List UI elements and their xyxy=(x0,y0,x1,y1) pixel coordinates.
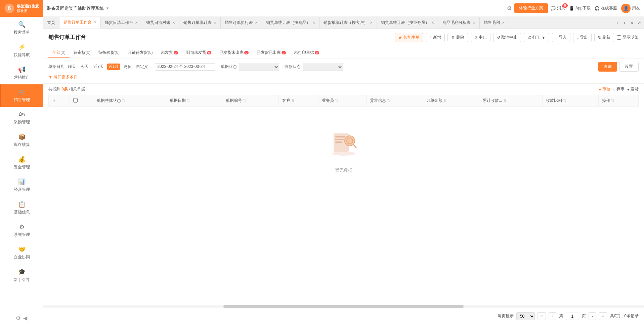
filter-settings-btn[interactable]: 设置 xyxy=(619,62,639,72)
subtab-待拣验货[interactable]: 待拣验货(0) xyxy=(94,48,124,58)
sidebar-item-资金管理[interactable]: 💰资金管理 xyxy=(0,152,43,174)
sidebar-item-搜索菜单[interactable]: 🔍搜索菜单 xyxy=(0,17,43,39)
tab-8[interactable]: 销货单统计表（按业务员）✕ xyxy=(377,17,438,29)
col-header-customer[interactable]: 客户⇅ xyxy=(278,95,318,107)
sidebar-item-采购管理[interactable]: 🛍采购管理 xyxy=(0,107,43,129)
sidebar-item-基础信息[interactable]: 📋基础信息 xyxy=(0,197,43,219)
tab-10[interactable]: 销售毛利✕ xyxy=(480,17,509,29)
page-size-select[interactable]: 50 100 200 xyxy=(516,312,535,320)
scrollbar-thumb[interactable] xyxy=(223,305,464,308)
next-page-btn[interactable]: › xyxy=(589,312,596,320)
tab-1[interactable]: 销售订单工作台✕ xyxy=(59,17,101,29)
col-header-actions[interactable]: 操作⇅ xyxy=(599,95,639,107)
status-select[interactable] xyxy=(239,63,279,71)
subtab-到期未发货[interactable]: 到期未发货0 xyxy=(182,48,215,58)
tab-close-4[interactable]: ✕ xyxy=(214,21,216,25)
tab-close-2[interactable]: ✕ xyxy=(135,21,138,25)
expand-more-btn[interactable]: ▼ 展开更多条件 xyxy=(48,74,639,80)
app-download-btn[interactable]: 📱 App下载 xyxy=(569,5,591,11)
tab-scroll-right-btn[interactable]: › xyxy=(621,19,628,26)
sidebar-item-经营管理[interactable]: 📊经营管理 xyxy=(0,174,43,197)
sidebar-item-库存核算[interactable]: 📦库存核算 xyxy=(0,129,43,152)
topbar-dropdown-icon[interactable]: ▼ xyxy=(106,6,109,10)
col-header-collected[interactable]: 累计收款...⇅ xyxy=(479,95,542,107)
cancel-suspend-btn[interactable]: ↺ 取消中止 xyxy=(493,33,521,42)
tab-close-5[interactable]: ✕ xyxy=(255,21,258,25)
collapse-icon[interactable]: ◀ xyxy=(23,315,27,321)
subtab-已发货已出库[interactable]: 已发货已出库0 xyxy=(253,48,290,58)
refresh-btn[interactable]: ↻ 刷新 xyxy=(594,33,614,42)
topbar-settings-icon[interactable]: ⚙ xyxy=(507,5,512,11)
message-btn[interactable]: 💬 消息 6 xyxy=(551,5,565,11)
subtab-旺铺待发货[interactable]: 旺铺待发货(0) xyxy=(124,48,157,58)
tab-0[interactable]: 首页 xyxy=(43,17,59,29)
tab-scroll-left-btn[interactable]: ‹ xyxy=(614,19,620,26)
tab-close-1[interactable]: ✕ xyxy=(94,21,96,24)
prev-page-btn[interactable]: ‹ xyxy=(549,312,556,320)
tab-close-10[interactable]: ✕ xyxy=(502,21,505,25)
import-btn[interactable]: ↑ 导入 xyxy=(552,33,570,42)
delete-btn[interactable]: 🗑 删除 xyxy=(447,33,468,42)
sidebar-item-快捷导航[interactable]: ⚡快捷导航 xyxy=(0,39,43,62)
col-header-status[interactable]: 单据整体状态⇅ xyxy=(93,95,166,107)
col-header-amount[interactable]: 订单金额⇅ xyxy=(423,95,479,107)
payment-select[interactable] xyxy=(303,63,343,71)
col-header-number[interactable]: 单据编号⇅ xyxy=(222,95,279,107)
date-shortcut-4[interactable]: 更多 xyxy=(122,64,133,70)
col-header-ratio[interactable]: 收款比例⇅ xyxy=(542,95,599,107)
add-btn[interactable]: + 新增 xyxy=(426,33,445,42)
select-all-checkbox[interactable] xyxy=(73,98,78,103)
deliver-action-btn[interactable]: ● 发货 xyxy=(627,86,639,92)
date-shortcut-3[interactable]: 近1月 xyxy=(107,64,120,70)
tab-close-6[interactable]: ✕ xyxy=(312,21,315,25)
show-detail-input[interactable] xyxy=(617,35,621,40)
date-range-input[interactable] xyxy=(155,63,215,71)
col-header-exception[interactable]: 异常信息⇅ xyxy=(367,95,423,107)
tab-close-7[interactable]: ✕ xyxy=(370,21,373,25)
subtab-已发货未出库[interactable]: 已发货未出库0 xyxy=(215,48,253,58)
show-detail-checkbox[interactable]: 显示明细 xyxy=(617,35,639,40)
suspend-btn[interactable]: ⊘ 中止 xyxy=(471,33,490,42)
audit-action-btn[interactable]: ● 审核 xyxy=(599,86,610,92)
sidebar-item-系统管理[interactable]: ⚙系统管理 xyxy=(0,219,43,242)
page-number-input[interactable] xyxy=(566,313,579,320)
tab-3[interactable]: 钱货日清对账✕ xyxy=(142,17,179,29)
tab-6[interactable]: 销货单统计表（按商品）✕ xyxy=(262,17,319,29)
date-shortcut-5[interactable]: 自定义 xyxy=(135,64,149,70)
horizontal-scrollbar[interactable] xyxy=(43,305,644,308)
revoke-action-btn[interactable]: ○ 弃审 xyxy=(613,86,625,92)
date-shortcut-0[interactable]: 昨天 xyxy=(67,64,77,70)
tab-close-3[interactable]: ✕ xyxy=(172,21,175,25)
online-service-btn[interactable]: 🎧 在线客服 xyxy=(595,5,617,11)
user-menu-btn[interactable]: 👤 用友 xyxy=(621,4,640,13)
subtab-待审核[interactable]: 待审核(0) xyxy=(70,48,95,58)
tab-expand-btn[interactable]: ⤢ xyxy=(636,19,643,26)
tab-close-all-btn[interactable]: ✕ xyxy=(629,19,635,26)
industry-btn[interactable]: 体验行业方案 xyxy=(514,3,548,13)
tab-close-9[interactable]: ✕ xyxy=(473,21,475,25)
sidebar-item-销售管理[interactable]: 🛒销售管理 xyxy=(0,84,43,107)
tab-2[interactable]: 钱货日清工作台✕ xyxy=(101,17,142,29)
date-shortcut-1[interactable]: 今天 xyxy=(79,64,90,70)
settings-icon[interactable]: ⚙ xyxy=(16,315,20,321)
tab-4[interactable]: 销售订单统计表✕ xyxy=(179,17,221,29)
subtab-全部[interactable]: 全部(0) xyxy=(48,48,70,58)
export-btn[interactable]: ↓ 导出 xyxy=(573,33,592,42)
col-header-date[interactable]: 单据日期⇅ xyxy=(166,95,222,107)
query-btn[interactable]: 查询 xyxy=(598,62,617,72)
print-btn[interactable]: 🖨 打印 ▼ xyxy=(524,33,549,42)
sidebar-item-营销推广[interactable]: 📢营销推广 xyxy=(0,62,43,84)
tab-7[interactable]: 销货单统计表（按客户）✕ xyxy=(319,17,377,29)
subtab-未发货[interactable]: 未发货0 xyxy=(157,48,182,58)
last-page-btn[interactable]: » xyxy=(599,312,607,320)
tab-5[interactable]: 销售订单执行表✕ xyxy=(221,17,262,29)
tab-9[interactable]: 商品毛利分析表✕ xyxy=(438,17,480,29)
tab-close-8[interactable]: ✕ xyxy=(431,21,434,25)
col-header-salesperson[interactable]: 业务员⇅ xyxy=(318,95,367,107)
first-page-btn[interactable]: « xyxy=(538,312,546,320)
sidebar-item-企业协同[interactable]: 🤝企业协同 xyxy=(0,242,43,264)
subtab-未打印单据[interactable]: 未打印单据0 xyxy=(290,48,323,58)
date-shortcut-2[interactable]: 近7天 xyxy=(92,64,105,70)
smart-create-btn[interactable]: ★ 智能生单 xyxy=(395,33,423,42)
sidebar-item-新手引导[interactable]: 🎓新手引导 xyxy=(0,264,43,287)
